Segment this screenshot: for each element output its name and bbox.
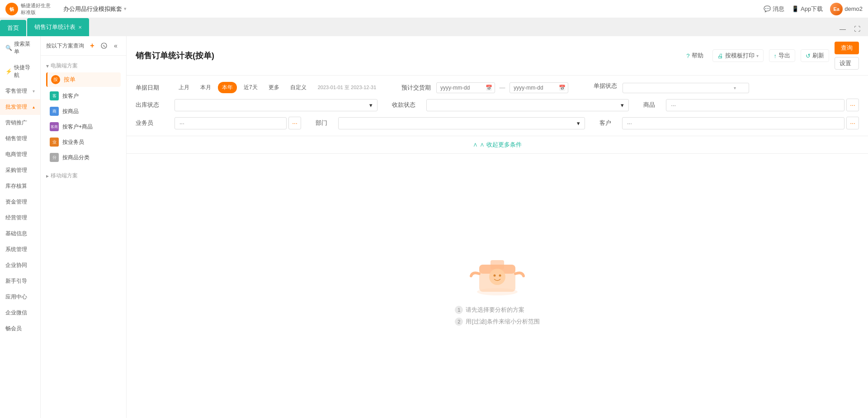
- salesperson-input-group: ···: [175, 117, 301, 129]
- query-pc-section-title[interactable]: ▾ 电脑端方案: [46, 59, 121, 72]
- query-pc-section: ▾ 电脑端方案 按 按单 客 按客户 商 按商品 客商 按客户+商品 业: [41, 56, 126, 169]
- status-select[interactable]: ▾: [623, 83, 749, 93]
- query-item-按单[interactable]: 按 按单: [46, 72, 121, 87]
- sidebar-item-collab[interactable]: 企业协同: [0, 257, 40, 273]
- sidebar-item-operation[interactable]: 经营管理: [0, 210, 40, 226]
- refresh-button[interactable]: ↺ 刷新: [801, 49, 829, 62]
- sidebar-item-wechat[interactable]: 企业微信: [0, 305, 40, 321]
- sidebar-item-marketing[interactable]: 营销推广: [0, 115, 40, 131]
- status-label: 单据状态: [594, 82, 617, 89]
- salesperson-label: 业务员: [136, 119, 167, 127]
- department-label: 部门: [316, 119, 327, 127]
- sidebar-item-quick-nav[interactable]: ⚡ 快捷导航: [0, 60, 40, 83]
- payment-status-select[interactable]: ▾: [426, 99, 629, 111]
- user-menu[interactable]: Ea demo2: [830, 3, 863, 15]
- breadcrumb[interactable]: 办公用品行业模拟账套 ▾: [63, 5, 127, 13]
- export-icon: ↑: [774, 52, 777, 59]
- sidebar-item-appcenter[interactable]: 应用中心: [0, 289, 40, 305]
- date-btn-7days[interactable]: 近7天: [240, 82, 262, 93]
- sidebar-item-basicinfo[interactable]: 基础信息: [0, 226, 40, 242]
- sidebar-item-system[interactable]: 系统管理: [0, 242, 40, 257]
- calendar-from-icon: 📅: [486, 85, 492, 91]
- sidebar-item-member[interactable]: 畅会员: [0, 321, 40, 337]
- sidebar-item-finance[interactable]: 资金管理: [0, 194, 40, 210]
- goods-more-button[interactable]: ···: [846, 99, 859, 111]
- query-mobile-section-title[interactable]: ▸ 移动端方案: [46, 169, 121, 182]
- sidebar-item-search[interactable]: 🔍 搜索菜单: [0, 36, 40, 60]
- collapse-bar[interactable]: ∧ ∧ 收起更多条件: [127, 136, 868, 154]
- tip-num-1: 1: [455, 306, 463, 314]
- sidebar-item-wholesale[interactable]: 批发管理 ▴: [0, 99, 40, 115]
- export-button[interactable]: ↑ 导出: [769, 49, 796, 62]
- retail-arrow-icon: ▾: [33, 89, 35, 94]
- date-range-text: 2023-01-01 至 2023-12-31: [318, 84, 377, 91]
- settings-button[interactable]: 设置: [835, 57, 859, 70]
- customer-input[interactable]: [622, 117, 844, 129]
- query-item-icon: 按: [51, 75, 60, 84]
- nav-icon: ⚡: [5, 68, 12, 75]
- query-button[interactable]: 查询: [835, 42, 859, 54]
- header-right: 💬 消息 📱 App下载 Ea demo2: [764, 3, 863, 15]
- message-button[interactable]: 💬 消息: [764, 5, 784, 13]
- header-left: 畅 畅捷通好生意 标准版 办公用品行业模拟账套 ▾: [5, 2, 127, 15]
- salesperson-input[interactable]: [175, 117, 287, 129]
- print-dropdown-icon[interactable]: ▾: [756, 53, 759, 58]
- out-status-label: 出库状态: [136, 101, 167, 109]
- query-item-按商品[interactable]: 商 按商品: [46, 104, 121, 119]
- svg-point-9: [494, 275, 496, 277]
- salesperson-more-button[interactable]: ···: [288, 117, 301, 129]
- sidebar-item-inventory[interactable]: 库存核算: [0, 178, 40, 194]
- customer-input-group: ···: [622, 117, 859, 129]
- tab-minimize-button[interactable]: —: [837, 24, 848, 34]
- query-item-按客户商品[interactable]: 客商 按客户+商品: [46, 119, 121, 134]
- out-status-select[interactable]: ▾: [175, 99, 377, 111]
- main-layout: 🔍 搜索菜单 ⚡ 快捷导航 零售管理 ▾ 批发管理 ▴ 营销推广 销售管理 电商…: [0, 36, 868, 418]
- query-add-button[interactable]: +: [87, 41, 97, 51]
- sidebar-item-retail[interactable]: 零售管理 ▾: [0, 83, 40, 99]
- sidebar-item-newbie[interactable]: 新手引导: [0, 273, 40, 289]
- date-btn-this-year[interactable]: 本年: [218, 82, 237, 93]
- tab-bar-actions: — ⛶: [837, 24, 868, 36]
- search-icon: 🔍: [5, 45, 12, 51]
- department-chevron-icon: ▾: [577, 120, 580, 127]
- right-action-buttons: 查询 设置: [835, 42, 859, 70]
- expected-date-to-wrapper: 📅: [509, 82, 568, 93]
- department-select[interactable]: ▾: [338, 117, 585, 129]
- date-range-block: 2023-01-01 至 2023-12-31: [318, 84, 377, 91]
- download-icon: 📱: [792, 5, 799, 12]
- print-button[interactable]: 🖨 按模板打印 ▾: [712, 49, 764, 62]
- date-btn-last-month[interactable]: 上月: [175, 82, 193, 93]
- query-panel: 按以下方案查询 + ✎ « ▾ 电脑端方案 按 按单 客: [41, 36, 127, 418]
- tab-maximize-button[interactable]: ⛶: [852, 24, 863, 34]
- tab-home[interactable]: 首页: [0, 20, 26, 36]
- payment-chevron-icon: ▾: [621, 102, 624, 109]
- date-btn-this-month[interactable]: 本月: [196, 82, 215, 93]
- query-item-按客户[interactable]: 客 按客户: [46, 89, 121, 103]
- date-btn-more[interactable]: 更多: [264, 82, 283, 93]
- logo-text: 畅捷通好生意 标准版: [21, 2, 51, 15]
- app-download-button[interactable]: 📱 App下载: [792, 5, 823, 13]
- help-button[interactable]: ? 帮助: [683, 50, 707, 62]
- query-edit-button[interactable]: ✎: [99, 41, 109, 51]
- query-collapse-button[interactable]: «: [111, 41, 121, 51]
- tab-sales-order[interactable]: 销售订单统计表 ✕: [27, 18, 89, 36]
- query-item-按商品分类[interactable]: 分 按商品分类: [46, 150, 121, 165]
- query-panel-actions: + ✎ «: [87, 41, 121, 51]
- logo-area: 畅 畅捷通好生意 标准版: [5, 2, 51, 15]
- customer-more-button[interactable]: ···: [846, 117, 859, 129]
- date-label: 单据日期: [136, 84, 167, 92]
- sidebar-item-purchase[interactable]: 采购管理: [0, 162, 40, 178]
- svg-rect-7: [491, 260, 504, 269]
- svg-point-10: [499, 275, 501, 277]
- message-icon: 💬: [764, 5, 771, 12]
- out-status-chevron-icon: ▾: [369, 102, 373, 109]
- payment-status-label: 收款状态: [392, 101, 415, 109]
- date-btn-custom[interactable]: 自定义: [286, 82, 311, 93]
- goods-input[interactable]: [666, 99, 844, 111]
- tab-close-icon[interactable]: ✕: [78, 25, 82, 30]
- sidebar-item-ecommerce[interactable]: 电商管理: [0, 147, 40, 162]
- sidebar-item-sales[interactable]: 销售管理: [0, 131, 40, 147]
- query-item-按业务员[interactable]: 业 按业务员: [46, 135, 121, 149]
- collapse-icon: ∧: [473, 141, 478, 148]
- filter-panel: 单据日期 上月 本月 本年 近7天 更多 自定义 2023-01-01 至 20…: [127, 76, 868, 136]
